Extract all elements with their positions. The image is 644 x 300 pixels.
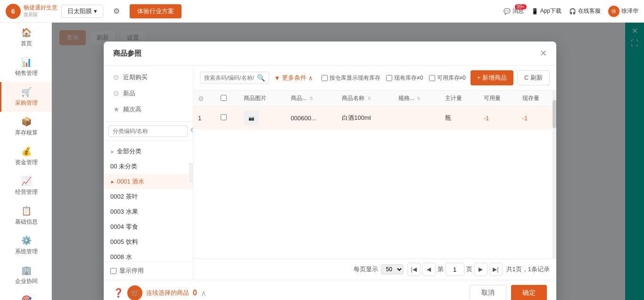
category-0004[interactable]: 0004 零食	[104, 219, 193, 234]
sidebar-item-purchase[interactable]: 🛒 采购管理	[0, 82, 51, 112]
modal-header: 商品参照 ✕	[104, 42, 556, 66]
sort-name-icon: ⇅	[367, 96, 371, 101]
warehouse-display-checkbox-label[interactable]: 按仓库显示现有库存	[322, 74, 380, 82]
available-stock-checkbox-label[interactable]: 可用库存≠0	[429, 74, 466, 82]
modal-close-button[interactable]: ✕	[540, 48, 547, 58]
confirm-button[interactable]: 确定	[511, 285, 547, 300]
sidebar-item-finance[interactable]: 💰 资金管理	[0, 142, 51, 171]
system-icon: ⚙️	[21, 235, 32, 246]
cart-button[interactable]: 🛒	[127, 285, 142, 300]
footer-right: 取消 确定	[470, 285, 547, 300]
category-search-input[interactable]	[108, 125, 188, 137]
top-nav: 6 畅捷通好生意 捷易版 日太阳膜 ▾ ⚙ 体验行业方案 💬 99+ 消息 📱 …	[0, 0, 644, 23]
sort-code-icon: ⇅	[309, 96, 313, 101]
col-unit: 主计量	[440, 91, 479, 107]
category-0002[interactable]: 0002 茶叶	[104, 189, 193, 204]
select-all-checkbox[interactable]	[221, 95, 227, 101]
refresh-button[interactable]: C 刷新	[517, 70, 550, 85]
last-page-button[interactable]: ▶|	[489, 263, 503, 276]
filter-more-button[interactable]: ▼ 更多条件 ∧	[274, 74, 313, 82]
toolbar-right: + 新增商品 C 刷新	[471, 70, 550, 85]
category-search-area: 🔍	[104, 122, 193, 141]
prev-page-button[interactable]: ◀	[422, 263, 436, 276]
category-0003[interactable]: 0003 水果	[104, 204, 193, 219]
store-dropdown[interactable]: 日太阳膜 ▾	[61, 5, 103, 18]
category-all[interactable]: ► 全部分类	[104, 144, 193, 159]
sidebar-item-home[interactable]: 🏠 首页	[0, 23, 51, 52]
scrollbar-thumb[interactable]	[553, 100, 556, 128]
sidebar-item-inventory[interactable]: 📦 库存核算	[0, 112, 51, 142]
category-0001[interactable]: ► 0001 酒水	[104, 174, 193, 189]
product-thumbnail: 📷	[244, 110, 259, 125]
col-image: 商品图片	[239, 91, 286, 107]
online-service-link[interactable]: 🎧 在线客服	[569, 7, 601, 15]
logo-area: 6 畅捷通好生意 捷易版	[6, 4, 58, 19]
nav-right: 💬 99+ 消息 📱 App下载 🎧 在线客服 徐 徐泽华	[504, 6, 638, 17]
product-reference-modal: 商品参照 ✕ ⊙ 近期购买 ⊙ 新	[104, 42, 556, 300]
cell-available: -1	[479, 107, 518, 130]
col-checkbox[interactable]	[216, 91, 239, 107]
pagination-bar: 每页显示 50 |◀ ◀ 第 页 ▶	[193, 258, 556, 280]
frequent-filter[interactable]: ★ 频次高	[108, 102, 188, 117]
frequent-icon: ★	[113, 105, 119, 114]
col-name[interactable]: 商品名称 ⇅	[337, 91, 393, 107]
available-stock-checkbox[interactable]	[429, 75, 435, 81]
messages-icon[interactable]: 💬 99+ 消息	[504, 7, 524, 15]
existing-stock-checkbox[interactable]	[386, 75, 392, 81]
col-settings[interactable]: ⚙	[193, 91, 216, 107]
enterprise-icon: 🏢	[21, 265, 32, 275]
cancel-button[interactable]: 取消	[470, 285, 506, 300]
warehouse-display-checkbox[interactable]	[322, 75, 328, 81]
cell-checkbox[interactable]	[216, 107, 239, 130]
content-area: 查询 刷新 设置 ✕ ⛶ 商品参照 ✕	[52, 23, 644, 300]
product-table-area: ⚙ 商品图片 商品... ⇅ 商品名称	[193, 91, 556, 258]
new-products-filter[interactable]: ⊙ 新品	[108, 86, 188, 100]
per-page-select[interactable]: 50	[381, 264, 404, 275]
cell-stock: -1	[518, 107, 556, 130]
app-download-link[interactable]: 📱 App下载	[531, 7, 561, 15]
filter-checkboxes: 按仓库显示现有库存 现有库存≠0 可用库存≠0	[322, 74, 466, 82]
sidebar-item-operations[interactable]: 📈 经营管理	[0, 171, 51, 201]
category-0005[interactable]: 0005 饮料	[104, 234, 193, 250]
recent-purchases-filter[interactable]: ⊙ 近期购买	[108, 70, 188, 84]
table-row[interactable]: 1 📷 000600... 白酒100ml 瓶	[193, 107, 556, 130]
scrollbar[interactable]	[553, 91, 556, 258]
inventory-icon: 📦	[21, 117, 32, 127]
new-icon: ⊙	[113, 89, 119, 98]
help-icon[interactable]: ❓	[113, 288, 124, 298]
sidebar-item-guide[interactable]: 🎯 新手引导	[0, 290, 51, 300]
next-page-button[interactable]: ▶	[474, 263, 487, 276]
modal-overlay: 商品参照 ✕ ⊙ 近期购买 ⊙ 新	[52, 23, 644, 300]
gear-icon[interactable]: ⚙	[109, 4, 124, 19]
table-header-row: ⚙ 商品图片 商品... ⇅ 商品名称	[193, 91, 556, 107]
sidebar-item-enterprise[interactable]: 🏢 企业协同	[0, 260, 51, 290]
expand-icon[interactable]: ∧	[201, 289, 206, 298]
col-code[interactable]: 商品... ⇅	[286, 91, 338, 107]
product-search-input[interactable]	[204, 75, 254, 81]
chevron-down-icon: ▾	[94, 8, 97, 15]
trial-button[interactable]: 体验行业方案	[130, 4, 182, 18]
row-checkbox[interactable]	[221, 114, 227, 120]
first-page-button[interactable]: |◀	[407, 263, 421, 276]
add-product-button[interactable]: + 新增商品	[471, 70, 513, 85]
existing-stock-checkbox-label[interactable]: 现有库存≠0	[386, 74, 423, 82]
category-0008[interactable]: 0008 水	[104, 250, 193, 261]
nav-center: ⚙ 体验行业方案	[109, 4, 182, 19]
sidebar: 🏠 首页 📊 销售管理 🛒 采购管理 📦 库存核算 💰 资金管理 📈 经营管理 …	[0, 23, 52, 300]
cell-image: 📷	[239, 107, 286, 130]
modal-body: ⊙ 近期购买 ⊙ 新品 ★ 频次高 《	[104, 66, 556, 280]
product-search-icon[interactable]: 🔍	[257, 74, 265, 82]
sidebar-item-sales[interactable]: 📊 销售管理	[0, 52, 51, 82]
user-menu[interactable]: 徐 徐泽华	[608, 6, 638, 17]
brand-sub: 捷易版	[24, 11, 58, 18]
sidebar-item-basic[interactable]: 📋 基础信息	[0, 201, 51, 231]
collapse-panel-button[interactable]: 《	[189, 163, 193, 182]
category-00[interactable]: 00 未分类	[104, 159, 193, 174]
operations-icon: 📈	[21, 176, 32, 186]
sidebar-item-system[interactable]: ⚙️ 系统管理	[0, 231, 51, 260]
col-spec[interactable]: 规格... ⇅	[394, 91, 440, 107]
finance-icon: 💰	[21, 146, 32, 157]
cell-code: 000600...	[286, 107, 338, 130]
show-disabled-checkbox[interactable]	[110, 268, 116, 274]
page-number-input[interactable]	[446, 263, 464, 276]
